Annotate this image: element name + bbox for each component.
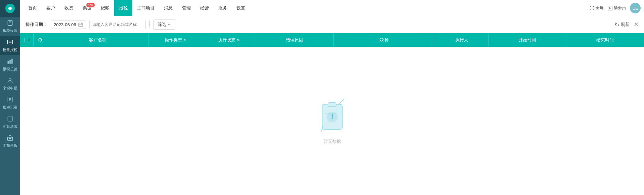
member-btn[interactable]: 畅会员	[608, 5, 626, 11]
geshuishenbaon-icon	[7, 77, 13, 85]
nav-settings[interactable]: 设置	[232, 0, 250, 16]
date-value: 2023-06-06	[54, 22, 76, 27]
baoshuijilu-icon	[7, 96, 13, 104]
svg-marker-24	[609, 7, 611, 9]
table-header: ⚙ 客户名称 操作类型 ⇅ 执行状态 ⇅ 错误原因 税种	[20, 33, 644, 47]
th-settings[interactable]: ⚙	[34, 33, 47, 47]
search-button[interactable]	[145, 20, 150, 29]
nav-service[interactable]: 服务	[214, 0, 232, 16]
svg-text:CE: CE	[633, 6, 638, 11]
new-badge: new	[86, 3, 95, 8]
search-input[interactable]	[90, 21, 145, 29]
toolbar: 操作日期： 2023-06-06 筛选 刷新 ✕	[20, 16, 644, 33]
nav-charge[interactable]: 收费	[60, 0, 78, 16]
svg-rect-22	[9, 138, 11, 139]
sidebar-item-label: 个税申报	[3, 86, 17, 91]
date-label: 操作日期：	[26, 22, 47, 28]
refresh-label: 刷新	[621, 22, 630, 28]
svg-rect-35	[328, 103, 336, 106]
huisuanqingsuan-icon	[7, 115, 13, 123]
nav-invoice[interactable]: 票据 new	[78, 0, 96, 16]
nav-account[interactable]: 记账	[96, 0, 114, 16]
search-box	[89, 20, 150, 29]
sidebar: 报税设置 批量报税 报税总览 个税申报 报税记录 汇算清缴 工商	[0, 0, 20, 195]
calendar-icon	[78, 22, 83, 27]
nav-industry[interactable]: 工商项目	[132, 0, 159, 16]
sidebar-item-huisuanqingsuan[interactable]: 汇算清缴	[0, 113, 20, 132]
sort-icon: ⇅	[237, 38, 240, 42]
th-status[interactable]: 执行状态 ⇅	[202, 33, 256, 47]
th-checkbox[interactable]	[20, 33, 34, 47]
nav-customer[interactable]: 客户	[42, 0, 60, 16]
sort-icon: ⇅	[183, 38, 186, 42]
th-customer-name: 客户名称	[47, 33, 148, 47]
th-taxtype: 税种	[334, 33, 435, 47]
svg-point-12	[9, 78, 11, 80]
select-all-checkbox[interactable]	[25, 38, 29, 42]
empty-illustration: !	[315, 98, 349, 134]
empty-state: ! 暂无数据	[315, 98, 349, 145]
user-avatar[interactable]: CE	[630, 3, 641, 13]
svg-point-1	[9, 7, 11, 10]
sidebar-item-baoshuizonglan[interactable]: 报税总览	[0, 55, 20, 74]
sidebar-item-label: 报税总览	[3, 67, 17, 72]
svg-point-31	[149, 23, 149, 25]
svg-rect-9	[8, 61, 9, 64]
nav-manage[interactable]: 管理	[177, 0, 196, 16]
date-picker[interactable]: 2023-06-06	[51, 21, 86, 29]
table-body: ! 暂无数据	[20, 47, 644, 195]
play-icon	[608, 6, 612, 10]
svg-rect-27	[78, 23, 82, 27]
content-area: 操作日期： 2023-06-06 筛选 刷新 ✕	[20, 16, 644, 195]
th-optype[interactable]: 操作类型 ⇅	[148, 33, 202, 47]
gongshangnianbao-icon	[7, 134, 13, 142]
empty-text: 暂无数据	[324, 139, 341, 145]
refresh-icon	[615, 22, 619, 27]
search-icon	[148, 22, 150, 26]
piliangshuishui-icon	[7, 39, 13, 46]
nav-message[interactable]: 消息	[159, 0, 177, 16]
svg-rect-10	[9, 60, 10, 64]
nav-tax[interactable]: 报税	[114, 0, 132, 16]
sidebar-item-geshuishenbaon[interactable]: 个税申报	[0, 74, 20, 93]
main-area: 首页 客户 收费 票据 new 记账 报税 工商项目 消息 管理 经营	[20, 0, 644, 195]
svg-rect-11	[11, 59, 12, 64]
nav-home[interactable]: 首页	[24, 0, 42, 16]
fullscreen-btn[interactable]: 全屏	[590, 5, 604, 11]
baoshuishezhi-icon	[7, 20, 13, 27]
fullscreen-icon	[590, 6, 594, 10]
th-executor: 执行人	[435, 33, 489, 47]
topnav-right: 全屏 畅会员 CE	[590, 3, 641, 13]
nav-operation[interactable]: 经营	[196, 0, 214, 16]
baoshuizonglan-icon	[7, 58, 13, 66]
svg-text:!: !	[331, 113, 333, 120]
sidebar-item-gongshangnianbao[interactable]: 工商年报	[0, 132, 20, 151]
app-logo[interactable]	[0, 0, 20, 17]
sidebar-item-baoshuijilu[interactable]: 报税记录	[0, 93, 20, 113]
sidebar-item-label: 工商年报	[3, 143, 17, 148]
sidebar-item-piliangshuishui[interactable]: 批量报税	[0, 36, 20, 55]
th-reason: 错误原因	[256, 33, 334, 47]
filter-label: 筛选	[158, 22, 166, 28]
th-endtime: 结束时间	[566, 33, 644, 47]
sidebar-item-label: 汇算清缴	[3, 124, 17, 129]
sidebar-item-label: 报税记录	[3, 105, 17, 110]
svg-line-40	[340, 99, 344, 104]
top-navigation: 首页 客户 收费 票据 new 记账 报税 工商项目 消息 管理 经营	[20, 0, 644, 16]
chevron-down-icon	[168, 23, 171, 26]
toolbar-right: 刷新 ✕	[615, 22, 639, 28]
column-settings-icon[interactable]: ⚙	[38, 37, 42, 43]
sidebar-item-label: 报税设置	[3, 28, 17, 33]
data-table: ⚙ 客户名称 操作类型 ⇅ 执行状态 ⇅ 错误原因 税种	[20, 33, 644, 195]
refresh-button[interactable]: 刷新	[615, 22, 630, 28]
close-button[interactable]: ✕	[634, 22, 639, 28]
svg-rect-6	[8, 40, 13, 44]
sidebar-item-baoshuishezhi[interactable]: 报税设置	[0, 17, 20, 36]
th-starttime: 开始时间	[489, 33, 566, 47]
svg-rect-17	[8, 116, 12, 121]
sidebar-item-label: 批量报税	[3, 47, 17, 52]
filter-button[interactable]: 筛选	[153, 20, 175, 30]
